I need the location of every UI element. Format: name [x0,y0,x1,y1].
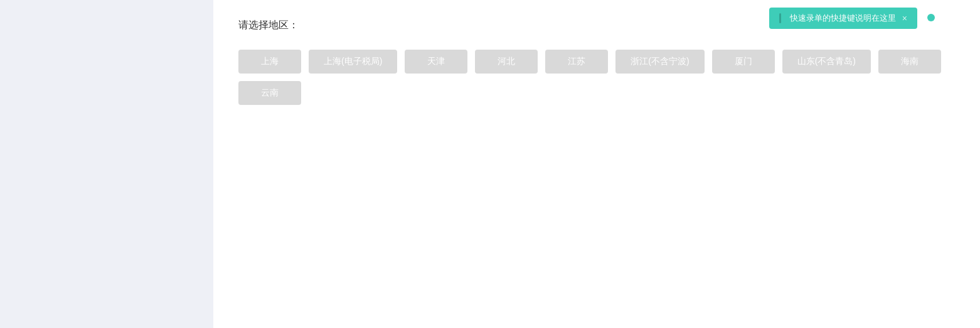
tooltip-connector-dot [927,14,935,21]
region-buttons: 上海上海(电子税局)天津河北江苏浙江(不含宁波)厦门山东(不含青岛)海南云南 [238,50,955,105]
region-button-hebei[interactable]: 河北 [475,50,538,74]
region-button-shanghai[interactable]: 上海 [238,50,301,74]
tooltip-close-button[interactable]: × [902,14,907,23]
tooltip-text: 快速录单的快捷键说明在这里 [790,13,896,24]
region-button-hainan[interactable]: 海南 [878,50,941,74]
main-content: 请选择地区： 上海上海(电子税局)天津河北江苏浙江(不含宁波)厦门山东(不含青岛… [213,0,980,328]
region-button-yunnan[interactable]: 云南 [238,81,301,105]
region-button-jiangsu[interactable]: 江苏 [545,50,608,74]
region-button-tianjin[interactable]: 天津 [405,50,467,74]
region-button-zhejiang[interactable]: 浙江(不含宁波) [615,50,704,74]
region-button-shandong[interactable]: 山东(不含青岛) [782,50,871,74]
tooltip-left-bar [779,13,781,23]
tooltip-banner: 快速录单的快捷键说明在这里 × [769,8,917,29]
region-button-xiamen[interactable]: 厦门 [712,50,775,74]
region-button-shanghai-etax[interactable]: 上海(电子税局) [309,50,397,74]
left-sidebar [0,0,213,328]
